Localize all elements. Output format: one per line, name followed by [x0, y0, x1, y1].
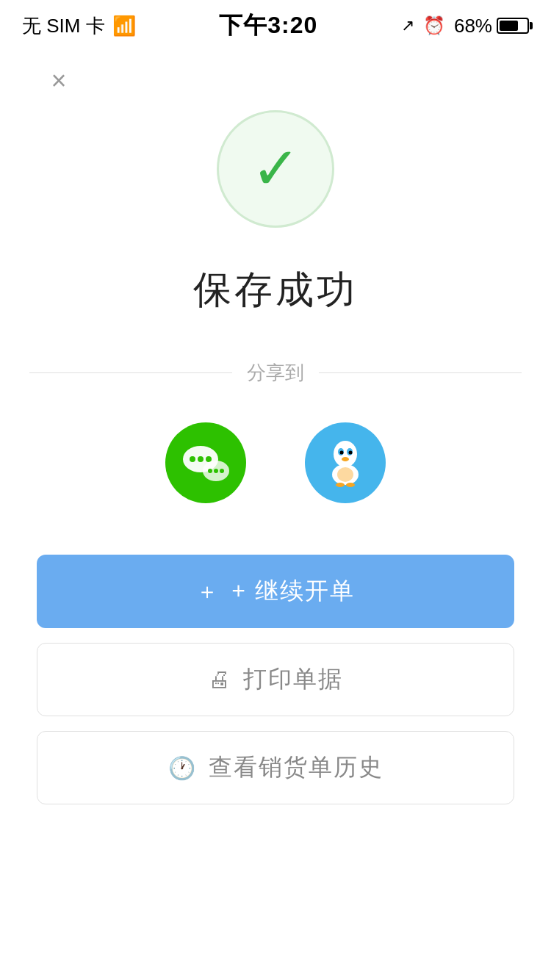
clock-icon: 🕐 — [168, 755, 197, 781]
battery-percent: 68% — [454, 15, 492, 37]
share-icons — [29, 422, 522, 503]
status-time: 下午3:20 — [219, 10, 317, 42]
history-label: 查看销货单历史 — [209, 752, 383, 784]
svg-point-2 — [198, 456, 204, 462]
qq-share-button[interactable] — [305, 422, 386, 503]
printer-icon: 🖨 — [208, 667, 231, 692]
svg-point-12 — [348, 450, 352, 454]
svg-point-6 — [214, 469, 218, 473]
close-button[interactable]: × — [37, 59, 81, 103]
svg-point-5 — [208, 469, 212, 473]
divider-right — [319, 372, 522, 373]
svg-point-16 — [336, 483, 345, 487]
svg-point-10 — [339, 450, 343, 454]
svg-point-17 — [346, 483, 355, 487]
divider-left — [29, 372, 232, 373]
battery-icon — [497, 18, 529, 34]
print-label: 打印单据 — [243, 663, 343, 696]
success-title: 保存成功 — [193, 264, 358, 316]
continue-label: + 继续开单 — [231, 575, 355, 608]
battery-container: 68% — [454, 15, 529, 37]
success-circle: ✓ — [217, 110, 334, 228]
svg-point-1 — [190, 456, 195, 462]
history-button[interactable]: 🕐 查看销货单历史 — [37, 731, 514, 804]
alarm-icon: ⏰ — [423, 15, 445, 36]
wechat-share-button[interactable] — [165, 422, 246, 503]
share-divider: 分享到 — [29, 360, 522, 386]
close-icon: × — [51, 68, 66, 94]
status-right: ↗ ⏰ 68% — [401, 15, 529, 37]
status-left: 无 SIM 卡 📶 — [22, 13, 136, 39]
continue-button[interactable]: ＋ + 继续开单 — [37, 555, 514, 628]
svg-point-13 — [342, 457, 349, 461]
location-icon: ↗ — [401, 16, 414, 35]
status-bar: 无 SIM 卡 📶 下午3:20 ↗ ⏰ 68% — [0, 0, 551, 51]
print-button[interactable]: 🖨 打印单据 — [37, 643, 514, 716]
wifi-icon: 📶 — [112, 15, 136, 37]
svg-point-7 — [220, 469, 224, 473]
main-content: ✓ 保存成功 分享到 — [0, 51, 551, 804]
qq-icon — [325, 439, 366, 487]
svg-point-3 — [206, 456, 212, 462]
check-icon: ✓ — [251, 140, 300, 198]
svg-point-15 — [337, 467, 353, 482]
svg-point-8 — [334, 441, 357, 467]
action-buttons: ＋ + 继续开单 🖨 打印单据 🕐 查看销货单历史 — [0, 555, 551, 804]
plus-icon: ＋ — [196, 577, 220, 607]
battery-fill — [500, 21, 518, 31]
share-label: 分享到 — [247, 360, 304, 386]
wechat-icon — [182, 443, 230, 483]
share-section: 分享到 — [0, 360, 551, 503]
no-sim-text: 无 SIM 卡 — [22, 13, 105, 39]
